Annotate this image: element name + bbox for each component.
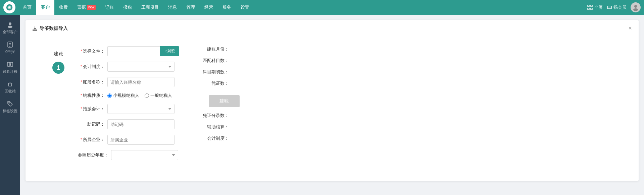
nav-logo[interactable]	[3, 1, 15, 13]
voucher-count-label: 凭证数：	[199, 80, 229, 86]
main-content: 导爷数据导入 × 建账 1 *选择文件：	[20, 15, 644, 195]
svg-point-10	[8, 26, 12, 28]
sidebar-item-tag-settings[interactable]: 标签设置	[0, 97, 20, 117]
tax-nature-label: *纳税性质：	[78, 92, 105, 99]
radio-group-tax: 小规模纳税人 一般纳税人	[107, 92, 172, 99]
svg-point-1	[8, 6, 10, 8]
info-row-voucher-records: 凭证分录数：	[199, 113, 273, 119]
match-subjects-label: 匹配科目数：	[199, 58, 229, 64]
info-row-accounting-system-right: 会计制度：	[199, 135, 273, 141]
file-text-input[interactable]	[107, 46, 160, 56]
form-area: 建账 1 *选择文件： +浏览	[26, 36, 639, 167]
nav-item-home[interactable]: 首页	[18, 0, 36, 15]
nav-item-message[interactable]: 消息	[163, 0, 182, 15]
dialog-card: 导爷数据导入 × 建账 1 *选择文件：	[26, 20, 639, 181]
accounting-system-label: *会计制度：	[78, 64, 105, 70]
radio-small-tax[interactable]: 小规模纳税人	[107, 92, 139, 99]
import-icon	[32, 26, 38, 31]
svg-rect-4	[588, 8, 589, 10]
voucher-records-label: 凭证分录数：	[199, 113, 229, 119]
nav-right: 全屏 畅会员	[587, 2, 641, 12]
nav-items: 首页 客户 收费 票据 new 记账 报税 工商项目 消息 管理 经营 服务 设…	[18, 0, 587, 15]
nav-item-service[interactable]: 服务	[218, 0, 236, 15]
form-row-file: *选择文件： +浏览	[78, 46, 185, 56]
file-label: *选择文件：	[78, 48, 105, 54]
svg-rect-3	[591, 5, 592, 7]
nav-item-manage[interactable]: 管理	[182, 0, 200, 15]
assign-accountant-select[interactable]	[107, 104, 175, 114]
sidebar: 全部客户 0申报 账套迁移 回收站 标签设置	[0, 15, 20, 195]
svg-point-9	[9, 22, 11, 25]
svg-rect-5	[591, 8, 592, 10]
dialog-title: 导爷数据导入	[32, 25, 68, 31]
company-label: *所属企业：	[78, 137, 105, 143]
form-row-company: *所属企业：	[78, 135, 185, 145]
sidebar-item-all-customers[interactable]: 全部客户	[0, 18, 20, 38]
history-year-label: 参照历史年度：	[78, 152, 108, 158]
info-row-subject-initial: 科目期初数：	[199, 69, 273, 75]
sidebar-item-account-migrate[interactable]: 账套迁移	[0, 58, 20, 77]
form-row-assign-accountant: *指派会计：	[78, 104, 185, 114]
fullscreen-btn[interactable]: 全屏	[587, 4, 603, 10]
form-fields: *选择文件： +浏览 *会计制度：	[78, 46, 185, 160]
nav-item-business[interactable]: 工商项目	[137, 0, 163, 15]
svg-point-7	[634, 5, 637, 8]
accounting-system-right-label: 会计制度：	[199, 135, 229, 141]
build-label: 建账	[54, 51, 63, 57]
form-row-tax-nature: *纳税性质： 小规模纳税人 一般纳税人	[78, 92, 185, 99]
form-row-ledger-name: *账簿名称：	[78, 77, 185, 87]
memo-label: 助记码：	[78, 121, 105, 127]
nav-item-settings[interactable]: 设置	[236, 0, 254, 15]
ledger-name-label: *账簿名称：	[78, 79, 105, 85]
build-button[interactable]: 建账	[209, 95, 240, 107]
build-month-label: 建账月份：	[199, 46, 229, 52]
nav-item-ticket[interactable]: 票据 new	[72, 0, 100, 15]
form-left: 建账 1	[52, 46, 64, 160]
file-input-group: +浏览	[107, 46, 179, 56]
svg-rect-12	[7, 62, 10, 66]
ledger-name-input[interactable]	[107, 77, 175, 87]
info-panel: 建账月份： 匹配科目数： 科目期初数： 凭证数： 建账	[199, 46, 273, 160]
nav-item-operation[interactable]: 经营	[200, 0, 218, 15]
svg-rect-6	[607, 6, 611, 9]
nav-item-bookkeeping[interactable]: 记账	[100, 0, 118, 15]
form-row-history-year: 参照历史年度：	[78, 150, 185, 160]
svg-rect-2	[588, 5, 589, 7]
radio-general-tax[interactable]: 一般纳税人	[145, 92, 172, 99]
dialog-header: 导爷数据导入 ×	[26, 20, 639, 36]
avatar[interactable]	[631, 2, 641, 12]
svg-point-8	[633, 8, 638, 11]
form-row-memo: 助记码：	[78, 119, 185, 129]
form-row-accounting-system: *会计制度：	[78, 62, 185, 72]
assign-accountant-label: *指派会计：	[78, 106, 105, 112]
svg-point-14	[9, 103, 9, 103]
memo-input[interactable]	[107, 119, 175, 129]
step-circle: 1	[52, 62, 64, 74]
vip-btn[interactable]: 畅会员	[607, 4, 627, 10]
aux-accounting-label: 辅助核算：	[199, 124, 229, 130]
accounting-system-select[interactable]	[107, 62, 175, 72]
history-year-select[interactable]	[111, 150, 178, 160]
nav-item-customer[interactable]: 客户	[36, 0, 54, 15]
sidebar-item-zero-report[interactable]: 0申报	[0, 38, 20, 58]
close-button[interactable]: ×	[628, 25, 632, 32]
sidebar-item-recycle[interactable]: 回收站	[0, 77, 20, 97]
info-row-build-month: 建账月份：	[199, 46, 273, 52]
company-input[interactable]	[107, 135, 175, 145]
nav-item-tax[interactable]: 报税	[118, 0, 137, 15]
info-row-voucher-count: 凭证数：	[199, 80, 273, 86]
nav-item-fee[interactable]: 收费	[54, 0, 72, 15]
info-row-match-subjects: 匹配科目数：	[199, 58, 273, 64]
top-nav: 首页 客户 收费 票据 new 记账 报税 工商项目 消息 管理 经营 服务 设…	[0, 0, 644, 15]
browse-button[interactable]: +浏览	[160, 46, 179, 56]
subject-initial-label: 科目期初数：	[199, 69, 229, 75]
info-row-aux-accounting: 辅助核算：	[199, 124, 273, 130]
new-badge: new	[87, 5, 96, 10]
